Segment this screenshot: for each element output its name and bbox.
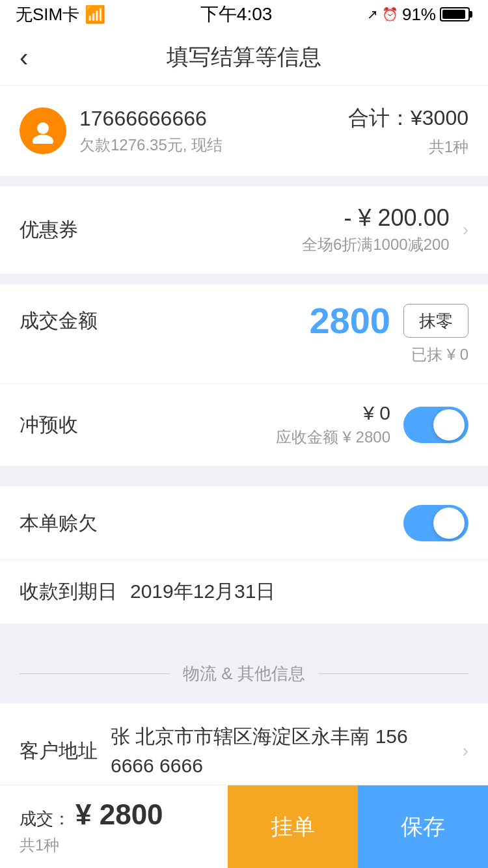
logistics-line-left — [20, 673, 170, 674]
customer-total: 合计：¥3000 共1种 — [348, 104, 468, 157]
customer-card: 17666666666 欠款1276.35元, 现结 合计：¥3000 共1种 — [0, 86, 488, 176]
total-amount: 合计：¥3000 — [348, 104, 468, 133]
save-button[interactable]: 保存 — [358, 785, 488, 869]
deferred-label: 本单赊欠 — [20, 510, 98, 537]
status-time: 下午4:03 — [200, 2, 273, 27]
footer-label: 成交： — [20, 807, 70, 830]
customer-debt: 欠款1276.35元, 现结 — [79, 135, 223, 156]
due-date-label: 收款到期日 — [20, 578, 117, 605]
deferred-toggle-knob — [433, 508, 465, 539]
svg-point-0 — [37, 122, 49, 134]
prepay-value: ¥ 0 — [363, 402, 390, 424]
prepay-section: 冲预收 ¥ 0 应收金额 ¥ 2800 — [0, 383, 488, 466]
status-bar: 无SIM卡 📶 下午4:03 ↗ ⏰ 91% — [0, 0, 488, 29]
address-value: 张 北京市市辖区海淀区永丰南 156 6666 6666 — [111, 722, 455, 780]
section-divider-2 — [0, 466, 488, 476]
customer-info: 17666666666 欠款1276.35元, 现结 — [79, 107, 223, 156]
amount-label: 成交金额 — [20, 308, 98, 334]
footer-bar: 成交： ¥ 2800 共1种 挂单 保存 — [0, 785, 488, 868]
address-chevron-icon: › — [463, 740, 468, 761]
prepay-toggle[interactable] — [403, 407, 468, 443]
customer-phone: 17666666666 — [79, 107, 223, 131]
coupon-desc: 全场6折满1000减200 — [302, 234, 450, 255]
logistics-line-right — [318, 673, 468, 674]
footer-summary: 成交： ¥ 2800 共1种 — [0, 798, 228, 856]
battery-icon — [440, 7, 472, 21]
back-button[interactable]: ‹ — [20, 44, 28, 70]
customer-left: 17666666666 欠款1276.35元, 现结 — [20, 107, 223, 156]
status-right: ↗ ⏰ 91% — [367, 5, 472, 25]
round-button[interactable]: 抹零 — [403, 304, 468, 338]
coupon-row[interactable]: 优惠券 - ¥ 200.00 全场6折满1000减200 › — [0, 186, 488, 274]
due-date-section: 收款到期日 2019年12月31日 — [0, 560, 488, 623]
toggle-knob — [433, 409, 465, 441]
due-date-value: 2019年12月31日 — [130, 578, 275, 605]
coupon-chevron-icon: › — [463, 219, 468, 240]
page-title: 填写结算等信息 — [167, 42, 321, 72]
amount-section: 成交金额 2800 抹零 已抹 ¥ 0 — [0, 284, 488, 383]
coupon-right: - ¥ 200.00 全场6折满1000减200 — [302, 204, 450, 255]
prepay-row: 冲预收 ¥ 0 应收金额 ¥ 2800 — [20, 402, 468, 448]
alarm-icon: ⏰ — [382, 7, 398, 22]
footer-count: 共1种 — [20, 835, 208, 856]
location-icon: ↗ — [367, 7, 378, 22]
section-divider-3 — [0, 623, 488, 634]
logistics-header: 物流 & 其他信息 — [0, 644, 488, 703]
deferred-section: 本单赊欠 — [0, 487, 488, 560]
deferred-toggle[interactable] — [403, 505, 468, 541]
section-divider-1 — [0, 274, 488, 284]
prepay-sub: 应收金额 ¥ 2800 — [276, 427, 390, 448]
svg-point-1 — [33, 135, 53, 144]
prepay-label: 冲预收 — [20, 412, 78, 439]
amount-right: 2800 抹零 — [309, 303, 468, 339]
logistics-title: 物流 & 其他信息 — [183, 662, 305, 685]
footer-amount: ¥ 2800 — [75, 798, 163, 831]
pending-button[interactable]: 挂单 — [228, 785, 358, 869]
wifi-icon: 📶 — [85, 5, 105, 25]
content: 17666666666 欠款1276.35元, 现结 合计：¥3000 共1种 … — [0, 86, 488, 868]
transaction-value: 2800 — [309, 303, 390, 339]
battery-label: 91% — [402, 5, 436, 25]
avatar — [20, 107, 66, 154]
amount-sub: 已抹 ¥ 0 — [20, 344, 468, 365]
status-left: 无SIM卡 📶 — [16, 3, 105, 26]
nav-bar: ‹ 填写结算等信息 — [0, 29, 488, 86]
coupon-label: 优惠券 — [20, 217, 78, 243]
prepay-right: ¥ 0 应收金额 ¥ 2800 — [276, 402, 468, 448]
footer-amount-row: 成交： ¥ 2800 — [20, 798, 208, 831]
address-label: 客户地址 — [20, 738, 98, 765]
prepay-amount-block: ¥ 0 应收金额 ¥ 2800 — [276, 402, 390, 448]
total-count: 共1种 — [348, 137, 468, 157]
coupon-amount: - ¥ 200.00 — [344, 204, 450, 232]
amount-row: 成交金额 2800 抹零 — [20, 303, 468, 339]
carrier-label: 无SIM卡 — [16, 3, 79, 26]
